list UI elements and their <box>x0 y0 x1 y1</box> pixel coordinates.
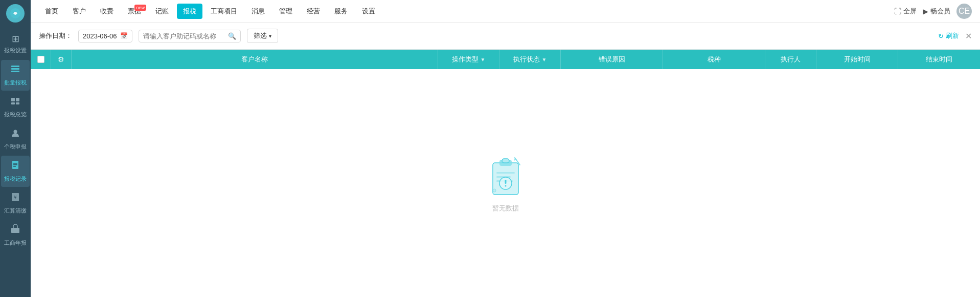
sort-icon: ▼ <box>542 57 547 62</box>
nav-guanli[interactable]: 管理 <box>273 4 299 19</box>
empty-illustration <box>485 154 526 200</box>
overview-icon <box>10 96 20 110</box>
th-settings: ⚙ <box>51 50 72 69</box>
search-box[interactable]: 🔍 <box>139 30 241 43</box>
th-exec-status[interactable]: 执行状态 ▼ <box>499 50 561 69</box>
search-input[interactable] <box>143 32 225 40</box>
empty-state: 暂无数据 <box>485 154 526 213</box>
chevron-down-icon: ▾ <box>269 33 271 39</box>
svg-rect-2 <box>11 68 19 70</box>
record-icon <box>10 160 20 174</box>
close-button[interactable]: ✕ <box>965 31 972 41</box>
svg-text:¥: ¥ <box>13 195 17 200</box>
data-table: ⚙ 客户名称 操作类型 ▼ 执行状态 ▼ 错误原因 税种 <box>31 50 980 297</box>
svg-rect-11 <box>13 164 17 165</box>
nav-gongshang[interactable]: 工商项目 <box>204 4 243 19</box>
tax-calc-icon: ¥ <box>10 192 20 206</box>
fullscreen-button[interactable]: ⛶ 全屏 <box>894 7 917 16</box>
th-tax-type: 税种 <box>663 50 765 69</box>
date-value: 2023-06-06 <box>83 32 117 40</box>
sidebar-item-geshuishenb[interactable]: 个税申报 <box>1 124 30 155</box>
nav-shezhi[interactable]: 设置 <box>356 4 381 19</box>
nav-fuwu[interactable]: 服务 <box>328 4 354 19</box>
svg-rect-25 <box>505 180 506 184</box>
content-area: 操作日期： 2023-06-06 📅 🔍 筛选 ▾ ↻ 刷新 ✕ <box>31 23 980 297</box>
sidebar: ⊞ 报税设置 批量报税 报税总览 <box>0 0 31 297</box>
th-operation-type[interactable]: 操作类型 ▼ <box>438 50 499 69</box>
sidebar-item-baoshui-shezhi[interactable]: ⊞ 报税设置 <box>1 29 30 59</box>
filter-label: 筛选 <box>254 31 267 40</box>
batch-icon <box>10 64 20 78</box>
nav-xiaoxi[interactable]: 消息 <box>245 4 271 19</box>
th-end-time: 结束时间 <box>898 50 980 69</box>
table-body: 暂无数据 <box>31 69 980 297</box>
svg-rect-20 <box>496 172 515 174</box>
sidebar-item-huisuan-jiaona[interactable]: ¥ 汇算清缴 <box>1 188 30 219</box>
filter-button[interactable]: 筛选 ▾ <box>247 29 278 43</box>
svg-rect-7 <box>16 102 19 104</box>
top-nav-right: ⛶ 全屏 ▶ 畅会员 CE <box>894 4 972 19</box>
svg-rect-4 <box>11 98 15 101</box>
table-header: ⚙ 客户名称 操作类型 ▼ 执行状态 ▼ 错误原因 税种 <box>31 50 980 69</box>
svg-point-8 <box>14 130 17 133</box>
refresh-icon: ↻ <box>938 32 944 40</box>
sidebar-item-gongshanng-nianbao[interactable]: 工商年报 <box>1 220 30 251</box>
sidebar-item-baoshui-jilu[interactable]: 报税记录 <box>1 156 30 187</box>
svg-rect-6 <box>11 102 15 104</box>
svg-rect-1 <box>11 66 19 67</box>
sidebar-item-baoshui-zonglam[interactable]: 报税总览 <box>1 92 30 123</box>
empty-text: 暂无数据 <box>492 204 519 213</box>
th-executor: 执行人 <box>765 50 816 69</box>
refresh-button[interactable]: ↻ 刷新 <box>938 31 959 40</box>
svg-rect-12 <box>13 166 16 167</box>
svg-rect-5 <box>16 98 19 101</box>
annual-report-icon <box>10 224 20 238</box>
nav-baoshui[interactable]: 报税 <box>177 4 202 19</box>
th-checkbox[interactable] <box>31 50 51 69</box>
avatar[interactable]: CE <box>956 4 972 19</box>
nav-shouye[interactable]: 首页 <box>39 4 64 19</box>
nav-jizhang[interactable]: 记账 <box>149 4 175 19</box>
person-icon <box>10 128 20 142</box>
select-all-checkbox[interactable] <box>37 56 44 63</box>
fullscreen-icon: ⛶ <box>894 7 901 15</box>
toolbar: 操作日期： 2023-06-06 📅 🔍 筛选 ▾ ↻ 刷新 ✕ <box>31 23 980 50</box>
calendar-icon: 📅 <box>120 32 128 39</box>
vip-button[interactable]: ▶ 畅会员 <box>923 7 950 16</box>
toolbar-right: ↻ 刷新 ✕ <box>938 31 972 41</box>
nav-items: 首页 客户 收费 票据 new 记账 报税 工商项目 消息 管理 经营 服务 设… <box>39 4 894 19</box>
svg-rect-19 <box>502 159 509 163</box>
sort-icon: ▼ <box>481 57 486 62</box>
svg-rect-3 <box>11 71 19 72</box>
sidebar-item-piliang-baoshui[interactable]: 批量报税 <box>1 60 30 91</box>
date-picker[interactable]: 2023-06-06 📅 <box>78 30 132 43</box>
search-icon: 🔍 <box>228 32 236 40</box>
svg-rect-15 <box>11 228 19 233</box>
nav-piaoju[interactable]: 票据 new <box>122 4 147 19</box>
settings-icon: ⊞ <box>12 33 19 46</box>
nav-kehu[interactable]: 客户 <box>66 4 92 19</box>
top-navigation: 首页 客户 收费 票据 new 记账 报税 工商项目 消息 管理 经营 服务 设… <box>31 0 980 23</box>
main-area: 首页 客户 收费 票据 new 记账 报税 工商项目 消息 管理 经营 服务 设… <box>31 0 980 297</box>
th-error-reason: 错误原因 <box>561 50 663 69</box>
svg-point-26 <box>505 185 506 186</box>
app-logo[interactable] <box>6 4 25 23</box>
th-customer-name: 客户名称 <box>72 50 438 69</box>
vip-icon: ▶ <box>923 7 928 15</box>
new-badge: new <box>134 5 146 11</box>
nav-shoufei[interactable]: 收费 <box>94 4 120 19</box>
gear-icon[interactable]: ⚙ <box>58 55 64 63</box>
th-start-time: 开始时间 <box>816 50 898 69</box>
nav-jingying[interactable]: 经营 <box>301 4 326 19</box>
svg-point-29 <box>493 189 496 192</box>
date-label: 操作日期： <box>39 31 72 40</box>
svg-rect-10 <box>13 163 17 164</box>
